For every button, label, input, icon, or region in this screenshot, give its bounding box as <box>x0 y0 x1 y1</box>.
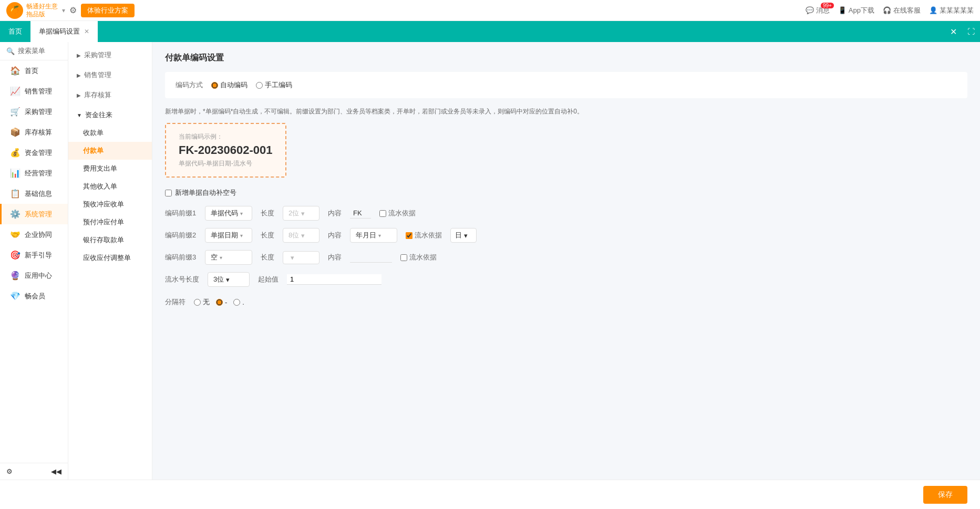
manual-encoding-radio[interactable] <box>256 82 263 89</box>
prefix2-select[interactable]: 单据日期 ▾ <box>205 228 252 243</box>
sub-item-advance-pay[interactable]: 预付冲应付单 <box>68 213 152 231</box>
basicinfo-icon: 📋 <box>10 189 20 199</box>
sidebar-item-inventory[interactable]: 📦 库存核算 <box>0 122 68 142</box>
sidebar-item-home[interactable]: 🏠 首页 <box>0 60 68 81</box>
prefix1-label: 编码前缀1 <box>165 209 197 218</box>
top-bar-left: 🍊 畅通好生意 拖品版 ▾ ⚙ 体验行业方案 <box>6 2 135 19</box>
prefix2-content-select[interactable]: 年月日 ▾ <box>350 228 397 243</box>
window-maximize-icon[interactable]: ⛶ <box>962 27 980 36</box>
tab-close-icon[interactable]: ✕ <box>84 28 89 35</box>
info-text: 新增单据时，*单据编码*自动生成，不可编辑。前缀设置为部门、业务员等档案类，开单… <box>165 107 967 117</box>
sep-dot-radio[interactable] <box>233 299 240 306</box>
sep-none-option[interactable]: 无 <box>194 297 210 307</box>
prefix2-length-select[interactable]: 8位 ▾ <box>283 228 319 243</box>
serial-label: 流水号长度 <box>165 275 199 284</box>
sub-item-expense[interactable]: 费用支出单 <box>68 160 152 178</box>
app-download-btn[interactable]: 📱 App下载 <box>838 6 874 15</box>
search-menu[interactable]: 🔍 搜索菜单 <box>0 42 68 60</box>
prefix2-day-arrow-icon: ▾ <box>464 232 468 240</box>
encoding-label: 编码方式 <box>176 80 203 90</box>
auto-fill-checkbox[interactable] <box>165 190 172 196</box>
manual-encoding-option[interactable]: 手工编码 <box>256 80 292 90</box>
prefix2-content-arrow-icon: ▾ <box>378 233 381 238</box>
sub-group-title-capital[interactable]: ▼ 资金往来 <box>68 106 152 124</box>
sidebar-item-system[interactable]: ⚙️ 系统管理 <box>0 204 68 224</box>
arrow-icon: ▶ <box>77 92 81 98</box>
sub-group-title-sales[interactable]: ▶ 销售管理 <box>68 66 152 84</box>
sub-group-title-purchase[interactable]: ▶ 采购管理 <box>68 46 152 64</box>
prefix1-select[interactable]: 单据代码 ▾ <box>205 206 252 221</box>
sub-item-payment[interactable]: 付款单 <box>68 142 152 160</box>
sub-group-sales: ▶ 销售管理 <box>68 66 152 84</box>
prefix2-checkbox[interactable] <box>406 232 412 239</box>
encoding-method-row: 编码方式 自动编码 手工编码 <box>176 80 957 90</box>
online-service-btn[interactable]: 🎧 在线客服 <box>883 6 921 15</box>
user-info[interactable]: 👤 某某某某某 <box>929 6 974 15</box>
arrow-icon: ▼ <box>77 112 82 118</box>
prefix2-label: 编码前缀2 <box>165 231 197 240</box>
prefix2-length-arrow-icon: ▾ <box>301 232 305 240</box>
sidebar-item-operations[interactable]: 📊 经营管理 <box>0 163 68 183</box>
prefix1-checkbox[interactable] <box>379 210 386 217</box>
sub-item-other-income[interactable]: 其他收入单 <box>68 178 152 195</box>
prefix2-arrow-icon: ▾ <box>240 233 243 238</box>
serial-select[interactable]: 3位 ▾ <box>208 272 250 287</box>
sub-sidebar: ▶ 采购管理 ▶ 销售管理 ▶ 库存核算 ▼ 资金往来 收款单 付款单 费用支出… <box>68 42 152 480</box>
sep-dot-option[interactable]: . <box>233 298 244 306</box>
app-icon: 📱 <box>838 6 847 14</box>
sep-dash-radio[interactable] <box>216 299 223 306</box>
sub-item-bank[interactable]: 银行存取款单 <box>68 231 152 249</box>
auto-encoding-radio[interactable] <box>211 82 218 89</box>
separator-label: 分隔符 <box>165 297 185 307</box>
prefix2-day-select[interactable]: 日 ▾ <box>450 228 477 243</box>
sub-item-adjust[interactable]: 应收应付调整单 <box>68 249 152 267</box>
tab-encoding-settings[interactable]: 单据编码设置 ✕ <box>30 21 98 42</box>
sidebar-item-basic-info[interactable]: 📋 基础信息 <box>0 183 68 204</box>
preview-code: FK-20230602-001 <box>179 143 273 157</box>
prefix3-content-value <box>350 252 392 263</box>
try-button[interactable]: 体验行业方案 <box>81 4 135 17</box>
prefix3-checkbox[interactable] <box>400 254 407 261</box>
search-icon: 🔍 <box>6 47 15 55</box>
sidebar-item-purchase[interactable]: 🛒 采购管理 <box>0 101 68 122</box>
window-close-icon[interactable]: ✕ <box>945 27 962 37</box>
prefix3-length-arrow-icon: ▾ <box>291 254 294 262</box>
sub-group-title-inventory[interactable]: ▶ 库存核算 <box>68 86 152 104</box>
auto-encoding-option[interactable]: 自动编码 <box>211 80 247 90</box>
separator-row: 分隔符 无 - . <box>165 297 967 307</box>
gear-icon[interactable]: ⚙ <box>69 5 77 15</box>
start-input[interactable] <box>287 274 381 285</box>
inventory-icon: 📦 <box>10 127 20 137</box>
service-icon: 🎧 <box>883 6 891 14</box>
sidebar-item-enterprise[interactable]: 🤝 企业协同 <box>0 224 68 245</box>
prefix1-arrow-icon: ▾ <box>240 211 243 216</box>
content-area: 付款单编码设置 编码方式 自动编码 手工编码 新增单据时，*单据编码*自动生成，… <box>152 42 980 480</box>
prefix1-content-label: 内容 <box>328 209 342 218</box>
prefix1-length-select[interactable]: 2位 ▾ <box>283 206 319 221</box>
sidebar-item-member[interactable]: 💎 畅会员 <box>0 286 68 306</box>
prefix1-length-label: 长度 <box>261 209 274 218</box>
sub-group-inventory: ▶ 库存核算 <box>68 86 152 104</box>
brand-icon: 🍊 <box>6 2 23 19</box>
sidebar-item-appcenter[interactable]: 🔮 应用中心 <box>0 265 68 286</box>
chevron-down-icon[interactable]: ▾ <box>62 7 65 14</box>
sidebar-item-sales[interactable]: 📈 销售管理 <box>0 81 68 101</box>
sub-item-receipt[interactable]: 收款单 <box>68 124 152 142</box>
start-label: 起始值 <box>258 275 278 284</box>
brand: 🍊 畅通好生意 拖品版 <box>6 2 58 19</box>
sidebar-item-guide[interactable]: 🎯 新手引导 <box>0 245 68 265</box>
prefix1-length-arrow-icon: ▾ <box>301 210 305 217</box>
prefix3-select[interactable]: 空 ▾ <box>205 250 252 265</box>
settings-icon[interactable]: ⚙ <box>6 468 13 475</box>
sidebar-item-finance[interactable]: 💰 资金管理 <box>0 142 68 163</box>
appcenter-icon: 🔮 <box>10 271 20 281</box>
message-btn[interactable]: 💬 消息 99+ <box>806 6 830 15</box>
sep-none-radio[interactable] <box>194 299 201 306</box>
prefix3-length-select[interactable]: ▾ <box>283 251 319 264</box>
prefix3-arrow-icon: ▾ <box>220 255 222 261</box>
collapse-icon[interactable]: ◀◀ <box>51 468 61 475</box>
tab-home[interactable]: 首页 <box>0 21 30 42</box>
save-button[interactable]: 保存 <box>923 486 967 504</box>
sep-dash-option[interactable]: - <box>216 298 227 306</box>
sub-item-advance-receive[interactable]: 预收冲应收单 <box>68 195 152 213</box>
